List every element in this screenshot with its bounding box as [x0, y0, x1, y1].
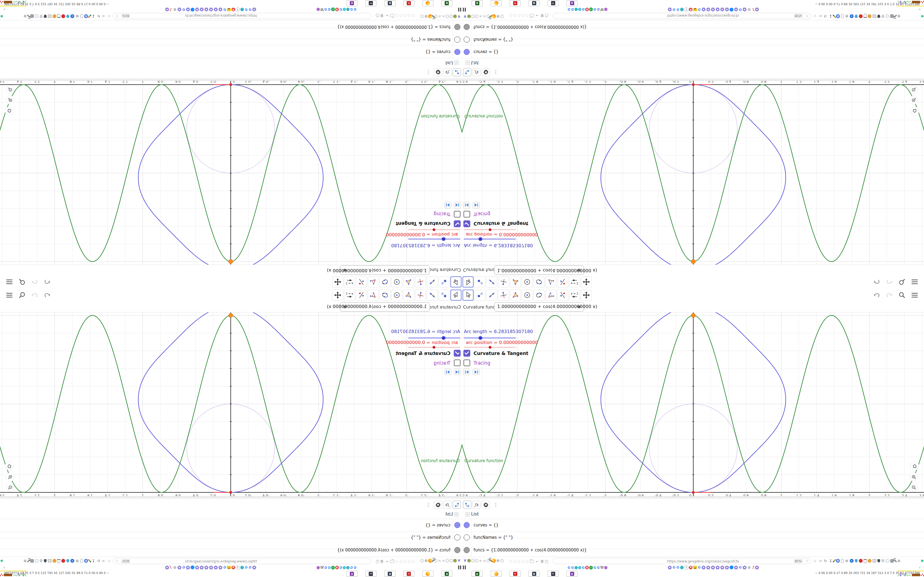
reflection-tool-button[interactable]	[356, 276, 367, 287]
curvature-function-input[interactable]: 1.000000000000 + cos(4.000000000000 x)	[494, 302, 584, 311]
colored-dot-icon[interactable]	[680, 566, 684, 569]
info-favicon[interactable]: i	[236, 8, 240, 12]
globe-icon[interactable]	[449, 15, 453, 18]
curvature-function-input[interactable]: 1.000000000000 + cos(4.000000000000 x)	[340, 266, 430, 275]
google-favicon[interactable]: G	[672, 8, 676, 11]
move-tool-button[interactable]	[462, 290, 473, 301]
google-favicon[interactable]: G	[248, 8, 252, 11]
shield-icon[interactable]	[66, 15, 69, 18]
mouse-icon[interactable]	[80, 559, 83, 563]
google-favicon[interactable]: G	[571, 566, 574, 570]
trash-icon[interactable]	[58, 559, 60, 562]
wrench-icon[interactable]	[894, 559, 897, 562]
google-favicon[interactable]: G	[597, 566, 600, 570]
colored-dot-icon[interactable]	[53, 14, 57, 18]
undo-button[interactable]	[43, 291, 52, 300]
redo-button[interactable]	[30, 291, 39, 300]
google-favicon[interactable]: G	[676, 566, 680, 569]
geogebra-favicon[interactable]	[716, 8, 720, 11]
zoom-in-button[interactable]	[6, 96, 15, 105]
taskbar-app-icon[interactable]: ▣	[528, 0, 540, 6]
algebra-settings-button[interactable]	[482, 68, 490, 76]
globe-icon[interactable]	[475, 15, 478, 18]
bookmark-star-icon[interactable]: ☆	[806, 559, 809, 563]
box-icon[interactable]	[872, 15, 876, 18]
circle-badge-icon[interactable]	[730, 566, 733, 569]
taskbar-app-icon[interactable]: ▣	[384, 0, 396, 6]
dropdown-caret-icon[interactable]	[577, 268, 582, 271]
perpendicular-line-tool-button[interactable]	[415, 290, 426, 301]
redo-button[interactable]	[885, 291, 894, 300]
algebra-fx-button[interactable]: ƒx	[472, 501, 481, 509]
skip-to-end-button[interactable]	[444, 369, 451, 375]
google-favicon[interactable]: G	[248, 566, 252, 569]
move-graphics-view-tool-button[interactable]	[332, 276, 343, 287]
f-favicon[interactable]: f	[170, 565, 173, 570]
gear-icon[interactable]: ⚙	[424, 559, 428, 563]
arc-position-slider[interactable]	[408, 347, 460, 348]
mouse-icon[interactable]	[80, 14, 83, 18]
perpendicular-line-tool-button[interactable]	[498, 290, 509, 301]
arc-position-slider[interactable]	[464, 229, 516, 230]
curvature-max-point[interactable]	[691, 259, 695, 264]
geogebra-favicon[interactable]	[186, 8, 190, 11]
point-tool-button[interactable]: A	[439, 290, 450, 301]
gear-icon[interactable]: ⚙	[845, 559, 849, 563]
tracing-checkbox[interactable]	[464, 359, 470, 366]
gear-icon[interactable]: ⚙	[496, 14, 500, 18]
taskbar-app-icon[interactable]: ◉	[347, 571, 357, 577]
move-tool-button[interactable]	[462, 276, 473, 287]
colored-dot-icon[interactable]	[342, 566, 346, 569]
image-favicon[interactable]: ▲	[227, 8, 231, 11]
page-zoom-badge[interactable]: 81%	[121, 559, 130, 563]
arc-icon[interactable]: ∩	[483, 15, 486, 18]
visibility-marble[interactable]	[454, 49, 460, 55]
geogebra-favicon[interactable]	[200, 8, 204, 11]
google-favicon[interactable]: G	[339, 566, 342, 570]
globe-icon[interactable]	[471, 559, 475, 562]
mouse-icon[interactable]	[841, 559, 844, 563]
graphics-view[interactable]: -2.6-2.4-2.2-2-1.8-1.6-1.4-1.2-1-0.8-0.6…	[0, 312, 462, 496]
geogebra-favicon[interactable]	[755, 566, 759, 569]
collapse-list-button[interactable]: −	[465, 60, 470, 65]
skip-to-start-button[interactable]	[454, 369, 461, 375]
arc-icon[interactable]: ∩	[479, 559, 482, 563]
google-favicon[interactable]: G	[593, 566, 596, 570]
mouse-icon[interactable]	[841, 14, 844, 18]
browser-glyph-icon[interactable]: ↧	[91, 14, 95, 18]
globe-icon[interactable]	[475, 559, 478, 562]
move-graphics-view-tool-button[interactable]	[332, 290, 343, 301]
faint-circle-icon[interactable]	[514, 14, 516, 17]
browser-glyph-icon[interactable]: →	[818, 14, 822, 18]
circle-badge-icon[interactable]: +	[850, 559, 854, 563]
arc-position-point[interactable]	[692, 491, 695, 494]
zoom-out-button[interactable]	[6, 85, 15, 94]
algebra-row-curves[interactable]: curves = {}	[462, 519, 924, 532]
globe-icon[interactable]	[885, 559, 889, 563]
browser-glyph-icon[interactable]: ↻	[823, 559, 827, 563]
taskbar-app-icon[interactable]: ⚙	[510, 571, 520, 577]
folder-icon[interactable]	[530, 14, 534, 17]
move-tool-button[interactable]	[451, 276, 462, 287]
google-favicon[interactable]: G	[698, 566, 701, 569]
ellipse-tool-button[interactable]	[533, 276, 544, 287]
pencil-icon[interactable]	[88, 559, 92, 563]
faint-circle-icon[interactable]	[412, 14, 415, 17]
arc-position-slider[interactable]	[408, 229, 460, 230]
geogebra-favicon[interactable]	[218, 8, 223, 11]
skip-to-start-button[interactable]	[463, 202, 470, 208]
geogebra-favicon[interactable]	[711, 8, 715, 11]
visibility-marble[interactable]	[464, 547, 470, 553]
visibility-marble[interactable]	[454, 534, 460, 540]
geogebra-favicon[interactable]	[178, 566, 181, 569]
google-favicon[interactable]: G	[182, 8, 185, 11]
y-bookmark-icon[interactable]: Y	[457, 559, 461, 563]
reflection-tool-button[interactable]	[356, 290, 367, 301]
google-favicon[interactable]: G	[739, 566, 742, 569]
geogebra-favicon[interactable]	[706, 8, 710, 11]
google-favicon[interactable]: G	[324, 566, 327, 570]
google-favicon[interactable]: G	[354, 8, 357, 11]
curvature-tangent-checkbox[interactable]	[454, 350, 460, 357]
ellipse-tool-button[interactable]	[533, 290, 544, 301]
yandex-favicon[interactable]: Я	[231, 566, 235, 569]
